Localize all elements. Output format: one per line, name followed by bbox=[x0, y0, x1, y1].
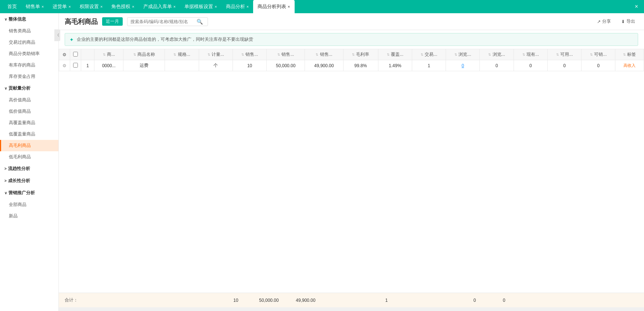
col-header-grossRate[interactable]: ⇅ 毛利率 bbox=[343, 49, 378, 60]
sidebar-item-0-3[interactable]: 有库存的商品 bbox=[0, 59, 58, 71]
col-header-stockCurrent[interactable]: ⇅ 现有... bbox=[514, 49, 547, 60]
col-header-code[interactable]: ⇅ 商... bbox=[94, 49, 123, 60]
sidebar-group-4: ∨营销推广分析全部商品新品 bbox=[0, 187, 58, 222]
sidebar-group-label-2: 流趋性分析 bbox=[8, 166, 30, 172]
sidebar-group-arrow-0: ∨ bbox=[4, 17, 7, 21]
nav-close-6[interactable]: × bbox=[215, 4, 217, 9]
col-header-coverage[interactable]: ⇅ 覆盖... bbox=[378, 49, 412, 60]
date-filter-button[interactable]: 近一月 bbox=[102, 17, 123, 26]
sidebar-group-title-0[interactable]: ∨整体信息 bbox=[0, 13, 58, 25]
export-button[interactable]: ⬇ 导出 bbox=[618, 17, 638, 26]
footer-cell-14: 0 bbox=[489, 298, 519, 303]
sidebar-collapse-button[interactable]: 《 bbox=[54, 29, 60, 41]
footer-cell-10: 1 bbox=[372, 298, 401, 303]
nav-item-1[interactable]: 销售单 × bbox=[21, 0, 48, 13]
cell-code-0: 0000... bbox=[94, 60, 123, 71]
nav-item-0[interactable]: 首页 bbox=[3, 0, 21, 13]
nav-close-8[interactable]: × bbox=[288, 4, 290, 9]
sidebar-item-0-4[interactable]: 库存资金占用 bbox=[0, 71, 58, 82]
content-area: 高毛利商品 近一月 🔍 ↗ 分享 ⬇ 导出 ✦ 企业的主要的利润都是这部分商品创… bbox=[59, 13, 644, 311]
col-header-stockAvail[interactable]: ⇅ 可用... bbox=[547, 49, 581, 60]
col-header-salesQty[interactable]: ⇅ 销售... bbox=[233, 49, 266, 60]
col-header-unit[interactable]: ⇅ 计量... bbox=[199, 49, 233, 60]
cell-stockAvail-0: 0 bbox=[547, 60, 581, 71]
sidebar-item-4-0[interactable]: 全部商品 bbox=[0, 199, 58, 210]
sidebar-item-1-2[interactable]: 高覆盖量商品 bbox=[0, 117, 58, 129]
sidebar-item-1-1[interactable]: 低价值商品 bbox=[0, 106, 58, 117]
col-header-settings: ⚙ bbox=[59, 49, 70, 60]
sidebar-item-1-3[interactable]: 低覆盖量商品 bbox=[0, 129, 58, 140]
nav-item-4[interactable]: 角色授权 × bbox=[107, 0, 138, 13]
sidebar-group-title-1[interactable]: ∨贡献量分析 bbox=[0, 82, 58, 94]
footer-cell-5: 10 bbox=[221, 298, 251, 303]
nav-close-7[interactable]: × bbox=[247, 4, 249, 9]
nav-close-5[interactable]: × bbox=[173, 4, 176, 9]
sidebar-group-arrow-1: ∨ bbox=[4, 86, 7, 90]
content-header: 高毛利商品 近一月 🔍 ↗ 分享 ⬇ 导出 bbox=[59, 13, 644, 30]
sidebar-item-0-2[interactable]: 商品分类助销率 bbox=[0, 48, 58, 59]
col-header-check bbox=[70, 49, 81, 60]
sidebar-item-1-5[interactable]: 低毛利商品 bbox=[0, 151, 58, 163]
select-all-checkbox[interactable] bbox=[73, 52, 78, 57]
nav-item-6[interactable]: 单据模板设置 × bbox=[180, 0, 221, 13]
cell-tag-0: 高收入 bbox=[615, 60, 644, 71]
cell-salesQty-0: 10 bbox=[233, 60, 266, 71]
data-table: ⚙⇅ 商...⇅ 商品名称⇅ 规格...⇅ 计量...⇅ 销售...⇅ 销售..… bbox=[59, 49, 644, 71]
footer-cell-7: 49,900.00 bbox=[287, 298, 324, 303]
col-header-spec[interactable]: ⇅ 规格... bbox=[165, 49, 199, 60]
cell-stockCurrent-0: 0 bbox=[514, 60, 547, 71]
footer-total-label: 合计： bbox=[65, 297, 94, 303]
nav-close-3[interactable]: × bbox=[100, 4, 102, 9]
nav-item-8[interactable]: 商品分析列表 × bbox=[253, 0, 294, 13]
view1-link-0[interactable]: 0 bbox=[461, 63, 464, 68]
footer-bar: 合计： 1050,000.0049,900.00100 bbox=[59, 293, 644, 307]
main-layout: ∨整体信息销售类商品交易过的商品商品分类助销率有库存的商品库存资金占用∨贡献量分… bbox=[0, 13, 644, 311]
row-checkbox-0[interactable] bbox=[73, 63, 78, 68]
sidebar-item-4-1[interactable]: 新品 bbox=[0, 210, 58, 222]
col-header-tag[interactable]: ⇅ 标签 bbox=[615, 49, 644, 60]
top-nav: 首页销售单 ×进货单 ×权限设置 ×角色授权 ×产成品入库单 ×单据模板设置 ×… bbox=[0, 0, 644, 13]
sidebar-group-3: >成长性分析 bbox=[0, 175, 58, 187]
page-title: 高毛利商品 bbox=[65, 17, 98, 26]
search-input[interactable] bbox=[130, 19, 197, 24]
nav-close-1[interactable]: × bbox=[42, 4, 44, 9]
sidebar-item-1-4[interactable]: 高毛利商品 bbox=[0, 140, 58, 151]
cell-check-0 bbox=[70, 60, 81, 71]
nav-item-3[interactable]: 权限设置 × bbox=[75, 0, 107, 13]
nav-item-5[interactable]: 产成品入库单 × bbox=[139, 0, 180, 13]
footer-cell-13: 0 bbox=[460, 298, 489, 303]
sidebar-group-label-1: 贡献量分析 bbox=[8, 85, 30, 91]
bottom-scrollbar[interactable] bbox=[59, 307, 644, 311]
cell-spec-0 bbox=[165, 60, 199, 71]
col-header-salesAmt[interactable]: ⇅ 销售... bbox=[267, 49, 305, 60]
info-icon: ✦ bbox=[69, 37, 74, 43]
nav-close-4[interactable]: × bbox=[132, 4, 134, 9]
sidebar-group-title-2[interactable]: >流趋性分析 bbox=[0, 163, 58, 175]
sidebar-group-2: >流趋性分析 bbox=[0, 163, 58, 175]
col-header-stockSell[interactable]: ⇅ 可销... bbox=[582, 49, 615, 60]
sidebar-item-0-0[interactable]: 销售类商品 bbox=[0, 25, 58, 37]
sidebar-group-title-4[interactable]: ∨营销推广分析 bbox=[0, 187, 58, 199]
sidebar-group-title-3[interactable]: >成长性分析 bbox=[0, 175, 58, 187]
sidebar-item-0-1[interactable]: 交易过的商品 bbox=[0, 37, 58, 48]
col-header-name[interactable]: ⇅ 商品名称 bbox=[123, 49, 165, 60]
info-banner: ✦ 企业的主要的利润都是这部分商品创造的，可考虑加大推广，同时关注库存是不要出现… bbox=[65, 33, 638, 46]
cell-unit-0: 个 bbox=[199, 60, 233, 71]
nav-close-2[interactable]: × bbox=[68, 4, 71, 9]
cell-view1-0: 0 bbox=[446, 60, 480, 71]
col-header-view2[interactable]: ⇅ 浏览... bbox=[480, 49, 514, 60]
table-container[interactable]: ⚙⇅ 商...⇅ 商品名称⇅ 规格...⇅ 计量...⇅ 销售...⇅ 销售..… bbox=[59, 49, 644, 293]
share-button[interactable]: ↗ 分享 bbox=[594, 17, 614, 26]
col-header-tradeCount[interactable]: ⇅ 交易... bbox=[412, 49, 446, 60]
col-header-view1[interactable]: ⇅ 浏览... bbox=[446, 49, 480, 60]
sidebar-group-arrow-3: > bbox=[4, 179, 7, 183]
row-settings-icon[interactable]: ⚙ bbox=[62, 63, 66, 68]
cell-salesAmt-0: 50,000.00 bbox=[267, 60, 305, 71]
cell-settings-0: ⚙ bbox=[59, 60, 70, 71]
col-header-salesCost[interactable]: ⇅ 销售... bbox=[305, 49, 343, 60]
sidebar-item-1-0[interactable]: 高价值商品 bbox=[0, 94, 58, 106]
nav-item-7[interactable]: 商品分析 × bbox=[222, 0, 253, 13]
window-close-button[interactable]: × bbox=[632, 3, 641, 10]
nav-item-2[interactable]: 进货单 × bbox=[48, 0, 75, 13]
search-icon[interactable]: 🔍 bbox=[197, 19, 203, 25]
